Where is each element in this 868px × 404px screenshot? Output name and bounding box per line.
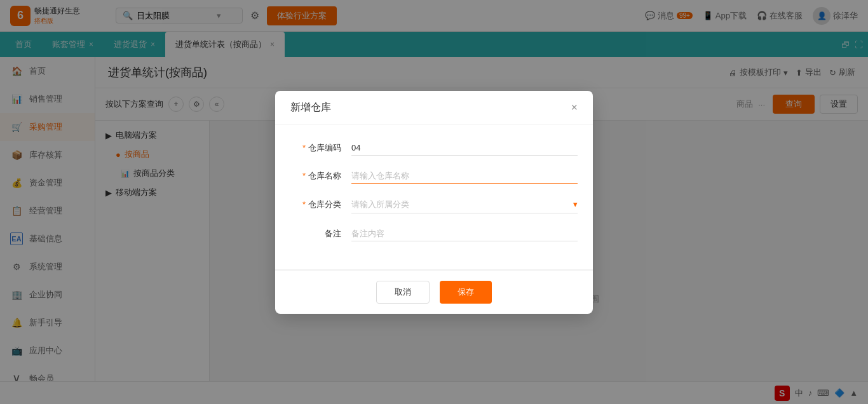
category-dropdown-icon: ▾: [573, 199, 578, 209]
form-row-note: 备注: [290, 226, 578, 241]
modal-overlay: 新增仓库 × 仓库编码 仓库名称 仓库分类 请输入所属分类 ▾: [0, 0, 868, 404]
code-label: 仓库编码: [290, 142, 341, 154]
modal-header: 新增仓库 ×: [275, 91, 593, 125]
note-label: 备注: [290, 228, 341, 239]
modal-footer: 取消 保存: [275, 270, 593, 314]
form-row-code: 仓库编码: [290, 140, 578, 156]
cancel-button[interactable]: 取消: [376, 281, 430, 304]
modal-body: 仓库编码 仓库名称 仓库分类 请输入所属分类 ▾ 备注: [275, 125, 593, 269]
warehouse-category-select[interactable]: 请输入所属分类 ▾: [351, 196, 578, 213]
category-label: 仓库分类: [290, 199, 341, 210]
form-row-category: 仓库分类 请输入所属分类 ▾: [290, 196, 578, 213]
new-warehouse-modal: 新增仓库 × 仓库编码 仓库名称 仓库分类 请输入所属分类 ▾: [275, 91, 593, 314]
form-row-name: 仓库名称: [290, 168, 578, 184]
modal-close-button[interactable]: ×: [571, 102, 578, 113]
note-input[interactable]: [351, 226, 578, 241]
name-label: 仓库名称: [290, 170, 341, 182]
modal-title: 新增仓库: [290, 101, 331, 114]
save-button[interactable]: 保存: [440, 281, 492, 304]
warehouse-code-input[interactable]: [351, 140, 578, 156]
warehouse-name-input[interactable]: [351, 168, 578, 184]
category-placeholder: 请输入所属分类: [351, 199, 409, 210]
